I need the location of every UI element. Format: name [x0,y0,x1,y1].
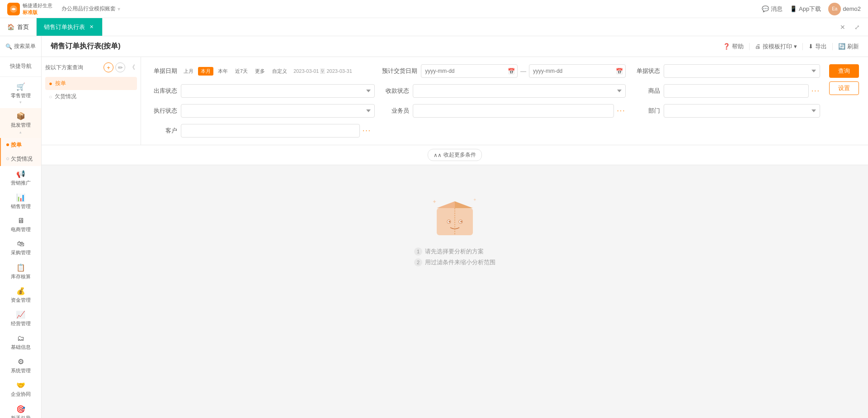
cooperation-icon: 🤝 [16,381,25,390]
goods-input[interactable] [664,84,809,98]
date-tag-thisyear[interactable]: 本年 [215,67,231,76]
date-tag-thismonth[interactable]: 本月 [198,67,213,76]
sidebar-item-marketing[interactable]: 📢 营销推广 [0,166,41,190]
date-tags: 上月 本月 本年 近7天 更多 自定义 2023-03-01 至 2023-03… [181,67,375,76]
logo-icon [7,3,20,15]
tab-sales-order[interactable]: 销售订单执行表 ✕ [37,18,103,36]
scheme-order-label: 按单 [55,80,66,87]
breadcrumb-text: 办公用品行业模拟账套 [61,5,116,13]
sidebar-item-operation[interactable]: 📈 经营管理 [0,307,41,330]
date-tag-7days[interactable]: 近7天 [232,67,250,76]
scheme-order-icon: ● [49,80,52,87]
query-btn[interactable]: 查询 [829,64,859,78]
date-tag-custom[interactable]: 自定义 [269,67,290,76]
collect-status-label: 收款状态 [382,87,409,95]
dept-label: 部门 [633,107,660,115]
sidebar-item-basic[interactable]: 🗂 基础信息 [0,331,41,354]
exec-status-select[interactable] [181,104,375,118]
status-select[interactable] [664,64,820,78]
date-range-text: 2023-03-01 至 2023-03-31 [293,68,352,75]
calendar-from-icon[interactable]: 📅 [508,68,515,75]
sidebar-item-system[interactable]: ⚙ 系统管理 [0,354,41,377]
sidebar-item-purchase[interactable]: 🛍 采购管理 [0,236,41,259]
user-menu[interactable]: Ea demo2 [828,3,861,15]
salesman-input[interactable] [413,104,614,118]
edit-scheme-btn[interactable]: ✏ [115,62,125,72]
date-tag-more[interactable]: 更多 [252,67,268,76]
goods-dots-btn[interactable]: ··· [811,87,820,95]
dept-control [664,104,820,118]
tab-home[interactable]: 🏠 首页 [0,18,37,36]
sidebar-sub-wholesale: 按单 欠货情况 [0,138,41,166]
customer-dots-btn[interactable]: ··· [363,127,371,135]
customer-control: ··· [181,124,371,138]
filter-panel-inner: 按以下方案查询 + ✏ 《 ● 按单 ○ [42,57,868,145]
add-scheme-btn[interactable]: + [104,62,113,72]
topbar: 畅捷通好生意 标准版 办公用品行业模拟账套 ▾ 💬 消息 📱 App下载 Ea … [0,0,868,18]
date-tag-lastmonth[interactable]: 上月 [181,67,196,76]
sidebar-item-wholesale[interactable]: 📦 批发管理 ▴ [0,108,41,138]
sidebar-item-guide[interactable]: 🎯 新手引导 [0,401,41,418]
sidebar-item-finance[interactable]: 💰 资金管理 [0,283,41,307]
scheme-item-owe[interactable]: ○ 欠货情况 [45,90,137,103]
sidebar-item-ecommerce[interactable]: 🖥 电商管理 [0,213,41,236]
export-icon: ⬇ [808,43,813,50]
set-btn[interactable]: 设置 [829,81,859,95]
scheme-owe-label: 欠货情况 [55,93,76,100]
filter-field-status: 单据状态 [633,64,820,78]
tab-expand-btn[interactable]: ⤢ [852,22,863,33]
sidebar-nav: 快捷导航 [0,57,41,77]
collect-status-select[interactable] [413,84,626,98]
sidebar-sub-item-order[interactable]: 按单 [1,138,41,152]
wholesale-label: 批发管理 [11,122,31,128]
topbar-left: 畅捷通好生意 标准版 办公用品行业模拟账套 ▾ [7,2,120,15]
sidebar-item-inventory[interactable]: 📋 库存核算 [0,260,41,283]
predict-date-to[interactable] [529,64,626,78]
basic-label: 基础信息 [11,344,31,350]
export-btn[interactable]: ⬇ 导出 [808,43,827,51]
tab-close-all-btn[interactable]: ✕ [837,22,848,33]
sidebar-item-retail[interactable]: 🛒 零售管理 ▾ [0,79,41,108]
ecommerce-icon: 🖥 [17,217,24,225]
empty-text-2: 2 用过滤条件来缩小分析范围 [414,258,495,266]
customer-input[interactable] [181,124,360,138]
collapse-btn[interactable]: ∧∧ 收起更多条件 [428,149,482,161]
out-status-select[interactable] [181,84,375,98]
dept-select[interactable] [664,104,820,118]
scheme-owe-icon: ○ [49,94,52,100]
search-menu-btn[interactable]: 🔍 搜索菜单 [4,41,38,52]
sidebar: 🔍 搜索菜单 快捷导航 🛒 零售管理 ▾ 📦 批发管理 ▴ [0,36,42,418]
collapse-left-btn[interactable]: 《 [127,62,137,72]
sidebar-item-sales[interactable]: 📊 销售管理 [0,190,41,213]
purchase-label: 采购管理 [11,249,31,256]
tab-close-icon[interactable]: ✕ [88,24,95,31]
system-label: 系统管理 [11,367,31,374]
scheme-item-order[interactable]: ● 按单 [45,77,137,90]
message-btn[interactable]: 💬 消息 [762,5,783,13]
finance-label: 资金管理 [11,297,31,303]
app-download-btn[interactable]: 📱 App下载 [790,5,821,13]
sub-owe-dot [6,157,9,160]
filter-panel: 按以下方案查询 + ✏ 《 ● 按单 ○ [42,57,868,145]
help-btn[interactable]: ❓ 帮助 [723,43,744,51]
guide-label: 新手引导 [11,415,31,418]
print-btn[interactable]: 🖨 按模板打印 ▾ [755,43,797,51]
sidebar-section: 🛒 零售管理 ▾ 📦 批发管理 ▴ 按单 欠货情况 [0,77,41,418]
svg-point-8 [460,221,462,223]
filter-actions-right: 查询 设置 [829,57,868,145]
exec-status-control [181,104,375,118]
calendar-to-icon[interactable]: 📅 [616,68,623,75]
cooperation-label: 企业协同 [11,391,31,397]
refresh-btn[interactable]: 🔄 刷新 [838,43,859,51]
customer-label: 客户 [150,127,177,135]
sidebar-sub-item-owe[interactable]: 欠货情况 [1,152,41,166]
predict-date-from[interactable] [421,64,518,78]
search-icon: 🔍 [5,43,12,50]
tabbar-actions: ✕ ⤢ [832,18,868,36]
filter-field-date: 单据日期 上月 本月 本年 近7天 更多 [150,67,375,76]
sidebar-item-cooperation[interactable]: 🤝 企业协同 [0,377,41,401]
wholesale-icon: 📦 [16,112,25,120]
content: 销售订单执行表(按单) ❓ 帮助 🖨 按模板打印 ▾ ⬇ 导出 [42,36,868,418]
empty-text-1: 1 请先选择要分析的方案 [414,247,484,256]
salesman-dots-btn[interactable]: ··· [617,107,625,115]
